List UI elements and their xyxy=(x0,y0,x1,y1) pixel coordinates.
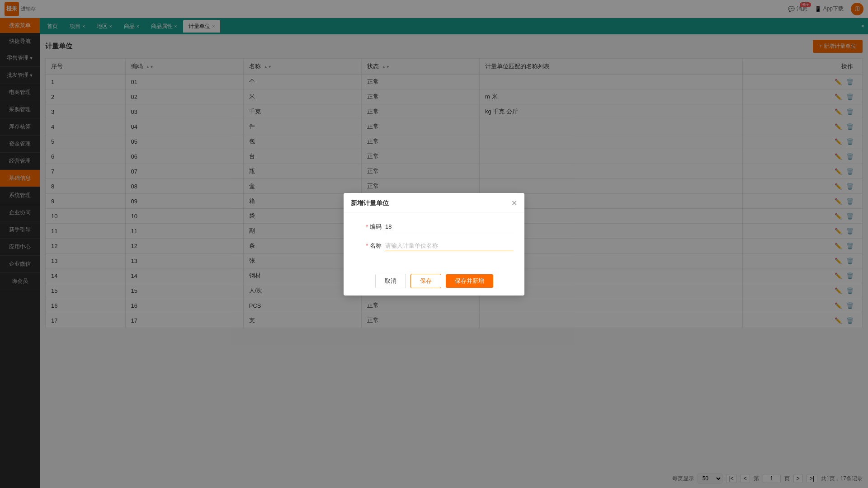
modal-header: 新增计量单位 ✕ xyxy=(344,193,524,212)
name-input[interactable] xyxy=(385,240,514,251)
code-label: * 编码 xyxy=(354,223,382,231)
modal-close-btn[interactable]: ✕ xyxy=(511,200,517,207)
modal-body: * 编码 * 名称 xyxy=(344,212,524,268)
add-unit-modal: 新增计量单位 ✕ * 编码 * 名称 取消 保存 保存并新增 xyxy=(344,193,524,296)
form-row-name: * 名称 xyxy=(354,240,514,251)
required-star-code: * xyxy=(366,223,368,230)
save-and-new-button[interactable]: 保存并新增 xyxy=(446,274,493,288)
modal-title: 新增计量单位 xyxy=(351,199,389,207)
modal-footer: 取消 保存 保存并新增 xyxy=(344,268,524,296)
cancel-button[interactable]: 取消 xyxy=(375,274,406,288)
code-input[interactable] xyxy=(385,221,514,232)
save-button[interactable]: 保存 xyxy=(410,274,441,288)
required-star-name: * xyxy=(366,242,368,249)
modal-overlay: 新增计量单位 ✕ * 编码 * 名称 取消 保存 保存并新增 xyxy=(0,0,868,488)
name-label: * 名称 xyxy=(354,242,382,250)
form-row-code: * 编码 xyxy=(354,221,514,232)
